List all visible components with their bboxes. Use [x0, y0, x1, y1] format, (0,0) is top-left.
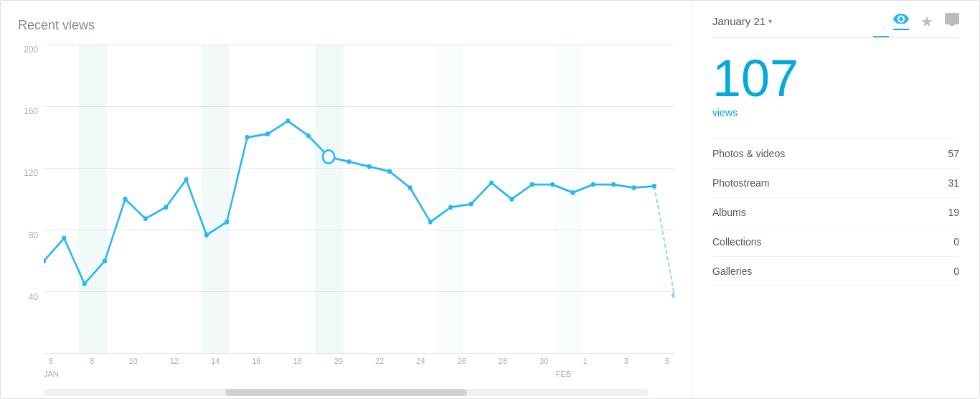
dot-30	[652, 184, 656, 189]
scrollbar-area	[18, 387, 674, 398]
y-label-120: 120	[18, 168, 44, 178]
dropdown-arrow-icon: ▾	[768, 17, 772, 25]
star-icon[interactable]: ★	[920, 13, 933, 30]
dot-22	[489, 180, 494, 185]
dot-3	[83, 281, 87, 286]
dot-15	[347, 159, 351, 164]
chart-content: 6 8 10 12 14 16 18 20 22 24 26 28	[44, 44, 674, 368]
dot-21	[469, 202, 473, 207]
x-label-14: 14	[208, 357, 222, 365]
x-label-18: 18	[291, 357, 305, 365]
month-labels-row: JAN FEB	[18, 370, 674, 381]
y-label-80: 80	[18, 230, 44, 240]
stat-name-collections: Collections	[712, 236, 761, 248]
comment-icon[interactable]	[945, 13, 959, 29]
x-label-10: 10	[126, 357, 141, 365]
y-axis: 200 160 120 80 40	[18, 44, 44, 368]
x-label-3: 3	[619, 357, 633, 365]
scrollbar-track[interactable]	[44, 389, 649, 396]
stat-name-photos: Photos & videos	[712, 148, 785, 159]
total-count: 107	[712, 52, 959, 104]
chart-area: 200 160 120 80 40	[18, 44, 674, 398]
stat-value-galleries: 0	[953, 266, 959, 277]
eye-icon[interactable]	[893, 12, 909, 30]
dot-26	[570, 190, 575, 195]
x-label-22: 22	[372, 357, 387, 365]
x-label-8: 8	[85, 357, 99, 365]
scrollbar-thumb[interactable]	[225, 389, 467, 396]
chart-panel: Recent views 200 160 120 80 40	[1, 1, 692, 398]
stat-value-photos: 57	[948, 148, 959, 159]
stat-value-collections: 0	[953, 236, 959, 248]
dot-23	[509, 197, 514, 202]
x-label-30: 30	[537, 357, 551, 365]
stat-value-albums: 19	[948, 207, 959, 218]
date-label: January 21	[712, 15, 765, 27]
dot-9	[204, 233, 209, 238]
dot-14	[306, 133, 311, 139]
dot-11	[245, 135, 250, 140]
tabs-underline	[712, 37, 959, 38]
x-label-1: 1	[578, 357, 592, 365]
x-axis-labels: 6 8 10 12 14 16 18 20 22 24 26 28	[44, 357, 674, 365]
header-icons: ★	[893, 12, 959, 30]
main-container: Recent views 200 160 120 80 40	[0, 0, 980, 399]
dot-18	[407, 185, 412, 190]
dot-6	[143, 216, 148, 221]
dot-10	[225, 220, 229, 225]
dot-25	[550, 182, 555, 187]
dot-27	[591, 182, 595, 187]
dot-29	[631, 185, 636, 190]
chart-title: Recent views	[18, 18, 674, 33]
y-label-200: 200	[18, 44, 44, 55]
dot-highlighted[interactable]	[323, 150, 334, 163]
dot-12	[265, 131, 270, 136]
line-chart-svg	[44, 44, 674, 354]
stat-name-galleries: Galleries	[712, 266, 752, 277]
stats-header: January 21 ▾ ★	[712, 12, 959, 30]
stat-name-albums: Albums	[712, 207, 746, 218]
stat-row-albums: Albums 19	[712, 198, 959, 227]
y-label-40: 40	[18, 292, 44, 302]
x-axis-container: 6 8 10 12 14 16 18 20 22 24 26 28	[44, 354, 674, 368]
dot-8	[184, 177, 188, 182]
views-label: views	[712, 107, 959, 118]
dot-last	[672, 292, 674, 299]
x-label-28: 28	[496, 357, 510, 365]
dot-17	[387, 169, 392, 174]
stats-panel: January 21 ▾ ★ 107 view	[692, 1, 979, 398]
dot-13	[286, 118, 290, 123]
stat-row-galleries: Galleries 0	[712, 257, 959, 286]
y-label-160: 160	[18, 106, 44, 116]
stat-name-photostream: Photostream	[712, 177, 769, 189]
dot-28	[611, 182, 616, 187]
date-selector[interactable]: January 21 ▾	[712, 15, 772, 27]
x-label-5: 5	[660, 357, 674, 365]
x-label-12: 12	[167, 357, 182, 365]
stats-list: Photos & videos 57 Photostream 31 Albums…	[712, 139, 959, 286]
dot-2	[62, 236, 66, 241]
dot-7	[164, 205, 168, 210]
dot-4	[103, 258, 107, 263]
x-label-26: 26	[455, 357, 469, 365]
x-label-16: 16	[249, 357, 263, 365]
dot-19	[428, 220, 433, 225]
x-label-6: 6	[44, 357, 58, 365]
stat-value-photostream: 31	[948, 177, 959, 189]
dot-24	[530, 182, 534, 187]
x-label-20: 20	[331, 357, 346, 365]
chart-line-main	[44, 121, 654, 284]
month-jan: JAN	[44, 370, 59, 378]
dot-5	[123, 197, 127, 202]
chart-line-last	[654, 186, 674, 295]
dot-20	[448, 205, 453, 210]
stat-row-photostream: Photostream 31	[712, 169, 959, 198]
dot-16	[367, 164, 372, 169]
x-label-24: 24	[413, 357, 428, 365]
stat-row-collections: Collections 0	[712, 227, 959, 257]
stat-row-photos: Photos & videos 57	[712, 139, 959, 169]
chart-inner: 200 160 120 80 40	[18, 44, 674, 368]
month-feb: FEB	[556, 370, 571, 378]
